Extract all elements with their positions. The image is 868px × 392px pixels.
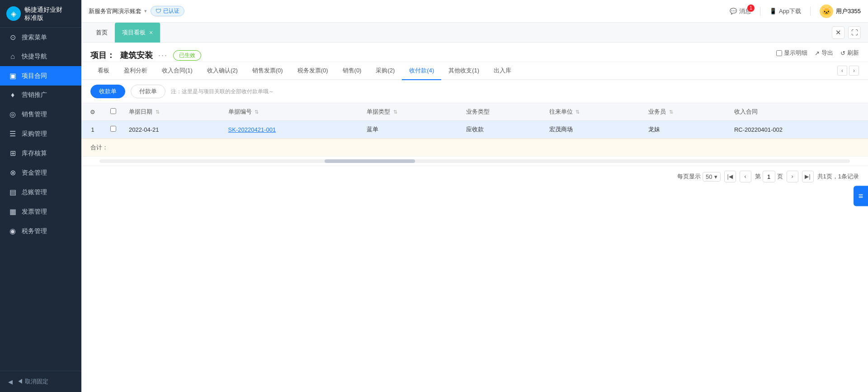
float-action-button[interactable]: ≡: [854, 186, 868, 206]
divider: [760, 7, 760, 16]
divider: [810, 7, 811, 16]
show-detail-label: 显示明细: [784, 49, 807, 57]
table-wrap: ⚙ 单据日期 ⇅ 单据编号 ⇅: [81, 103, 868, 139]
topbar-left: 新服务官网演示账套 ▾ 🛡 已认证: [89, 6, 184, 16]
tab-profit[interactable]: 盈利分析: [117, 62, 155, 80]
nav-prev-arrow[interactable]: ‹: [837, 66, 847, 76]
col-salesperson: 业务员 ⇅: [642, 103, 728, 121]
table-footer: 合计：: [81, 139, 868, 156]
show-detail-input[interactable]: [776, 50, 782, 56]
horizontal-scrollbar[interactable]: [99, 159, 850, 163]
sidebar-item-search[interactable]: ⊙ 搜索菜单: [0, 28, 81, 47]
row-checkbox[interactable]: [110, 126, 116, 132]
sidebar-item-tax[interactable]: ◉ 税务管理: [0, 221, 81, 241]
sidebar-item-purchase[interactable]: ☰ 采购管理: [0, 124, 81, 143]
app-download-button[interactable]: 📱 App下载: [769, 7, 801, 15]
tab-income-confirm[interactable]: 收入确认(2): [200, 62, 245, 80]
tabbar-right-actions: ✕ ⛶: [832, 26, 861, 39]
messages-badge: 1: [747, 5, 755, 12]
message-icon: 💬: [730, 8, 737, 14]
sidebar-item-label: 搜索菜单: [22, 33, 47, 42]
row-type: 蓝单: [360, 121, 460, 139]
sidebar-pin-toggle[interactable]: ◀ ◀ 取消固定: [0, 371, 81, 392]
sidebar-item-ledger[interactable]: ▤ 总账管理: [0, 182, 81, 202]
filter-payment-button[interactable]: 付款单: [131, 85, 165, 98]
prev-page-button[interactable]: ‹: [740, 171, 751, 182]
sidebar-item-invoice[interactable]: ▦ 发票管理: [0, 202, 81, 221]
tab-close-icon[interactable]: ×: [149, 29, 153, 36]
row-check: [104, 121, 123, 139]
col-type: 单据类型 ⇅: [360, 103, 460, 121]
current-page-input[interactable]: [763, 171, 775, 182]
last-page-button[interactable]: ▶|: [802, 171, 814, 182]
tab-project-kanban[interactable]: 项目看板 ×: [115, 23, 160, 43]
col-biz-type: 业务类型: [460, 103, 543, 121]
messages-button[interactable]: 💬 消息 1: [730, 7, 751, 15]
first-icon: |◀: [727, 173, 732, 180]
sidebar-logo: ◈ 畅捷通好业财 标准版: [0, 0, 81, 28]
app-logo-icon: ◈: [6, 6, 21, 21]
tab-purchase[interactable]: 采购(2): [368, 62, 402, 80]
nav-next-arrow[interactable]: ›: [849, 66, 859, 76]
sidebar-item-inventory[interactable]: ⊞ 库存核算: [0, 143, 81, 163]
sidebar-item-label: 采购管理: [22, 130, 47, 138]
certified-text: 已认证: [163, 7, 179, 15]
col-income-contract: 收入合同: [728, 103, 868, 121]
sidebar-item-label: 快捷导航: [22, 53, 47, 61]
sidebar-item-label: 资金管理: [22, 169, 47, 177]
user-info[interactable]: 🐱 用户3355: [820, 5, 861, 18]
purchase-icon: ☰: [8, 129, 17, 138]
tab-kanban[interactable]: 看板: [90, 62, 117, 80]
tab-in-out[interactable]: 出入库: [486, 62, 519, 80]
sidebar-item-capital[interactable]: ⊗ 资金管理: [0, 163, 81, 182]
sort-partner-icon[interactable]: ⇅: [576, 109, 580, 115]
project-more-icon[interactable]: ···: [158, 51, 168, 60]
unpin-icon: ◀: [8, 378, 13, 385]
data-table: ⚙ 单据日期 ⇅ 单据编号 ⇅: [81, 103, 868, 139]
close-window-button[interactable]: ✕: [832, 26, 844, 39]
sidebar-item-label: 税务管理: [22, 227, 47, 235]
sort-number-icon[interactable]: ⇅: [255, 109, 259, 115]
tab-sales-invoice[interactable]: 销售发票(0): [245, 62, 290, 80]
sort-type-icon[interactable]: ⇅: [393, 109, 397, 115]
sidebar-item-quick-nav[interactable]: ⌂ 快捷导航: [0, 47, 81, 66]
project-status-badge: 已生效: [173, 50, 201, 61]
tab-tax-invoice[interactable]: 税务发票(0): [290, 62, 335, 80]
show-detail-checkbox[interactable]: 显示明细: [776, 49, 807, 57]
tab-home[interactable]: 首页: [89, 23, 115, 43]
table-row[interactable]: 1 2022-04-21 SK-20220421-001 蓝单 应收款 宏茂商场…: [81, 121, 868, 139]
maximize-button[interactable]: ⛶: [848, 26, 861, 39]
page-size-dropdown[interactable]: 50 ▾: [703, 172, 720, 182]
sidebar-item-label: 营销推广: [22, 91, 47, 99]
document-number-link[interactable]: SK-20220421-001: [228, 126, 276, 133]
project-label-prefix: 项目：: [90, 50, 115, 61]
app-sub: 标准版: [24, 14, 62, 22]
sidebar-item-label: 项目合同: [22, 72, 47, 80]
scrollbar-thumb[interactable]: [325, 159, 415, 163]
refresh-button[interactable]: ↺ 刷新: [840, 49, 859, 57]
sidebar-item-sales[interactable]: ◎ 销售管理: [0, 105, 81, 124]
sort-date-icon[interactable]: ⇅: [156, 109, 160, 115]
first-page-button[interactable]: |◀: [724, 171, 736, 182]
tab-income-contract[interactable]: 收入合同(1): [155, 62, 200, 80]
home-icon: ⌂: [8, 53, 17, 61]
row-number[interactable]: SK-20220421-001: [222, 121, 361, 139]
export-button[interactable]: ↗ 导出: [815, 49, 833, 57]
export-icon: ↗: [815, 50, 820, 57]
settings-icon[interactable]: ⚙: [90, 109, 95, 115]
capital-icon: ⊗: [8, 168, 17, 177]
tab-payment[interactable]: 收付款(4): [402, 62, 441, 80]
page-size-label: 每页显示: [677, 172, 701, 181]
sidebar-item-project-contract[interactable]: ▣ 项目合同: [0, 66, 81, 86]
account-selector[interactable]: 新服务官网演示账套 ▾: [89, 7, 147, 15]
tab-other-income[interactable]: 其他收支(1): [441, 62, 486, 80]
next-page-button[interactable]: ›: [787, 171, 798, 182]
row-salesperson: 龙妹: [642, 121, 728, 139]
select-all-checkbox[interactable]: [110, 108, 116, 114]
sort-salesperson-icon[interactable]: ⇅: [669, 109, 673, 115]
col-gear[interactable]: ⚙: [81, 103, 104, 121]
tab-sales[interactable]: 销售(0): [335, 62, 369, 80]
page-size-value: 50: [706, 173, 712, 180]
sidebar-item-marketing[interactable]: ♦ 营销推广: [0, 86, 81, 105]
filter-receipt-button[interactable]: 收款单: [90, 85, 125, 98]
